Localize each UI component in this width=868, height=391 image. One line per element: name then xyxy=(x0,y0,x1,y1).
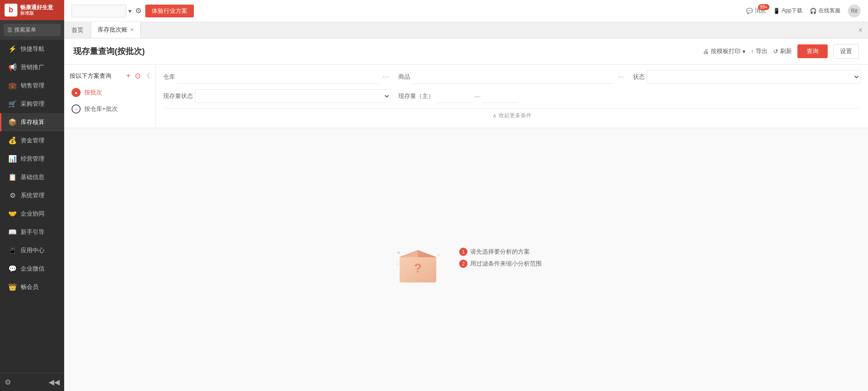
sidebar-item-label: 营销推广 xyxy=(21,63,44,71)
stock-amount-max-input[interactable] xyxy=(482,89,519,103)
app-logo: b xyxy=(5,4,17,16)
sidebar-item-label: 应用中心 xyxy=(21,246,44,255)
collapse-filter-sidebar-button[interactable]: 《 xyxy=(143,72,150,80)
warehouse-more-icon[interactable]: ··· xyxy=(381,73,390,81)
sidebar-item-marketing[interactable]: 📢 营销推广 xyxy=(0,58,64,76)
empty-step-2: 2 用过滤条件来缩小分析范围 xyxy=(459,260,542,268)
topbar-dropdown-button[interactable]: ▾ xyxy=(128,7,132,15)
sidebar-item-membership[interactable]: 👑 畅会员 xyxy=(0,278,64,296)
sidebar-item-app-center[interactable]: 📱 应用中心 xyxy=(0,241,64,260)
experience-btn[interactable]: 体验行业方案 xyxy=(145,5,194,17)
enterprise-icon: 🤝 xyxy=(8,210,17,218)
filter-panel: 按以下方案查询 ＋ ⊙ 《 ● 按批次 ○ 按仓库+批次 xyxy=(64,65,868,128)
product-more-icon[interactable]: ··· xyxy=(616,73,626,81)
tab-home[interactable]: 首页 xyxy=(64,22,91,38)
range-separator: — xyxy=(474,93,480,100)
topbar-gear-button[interactable]: ⚙ xyxy=(135,6,142,15)
app-name-area: 畅康通好生意 标准版 xyxy=(20,4,53,16)
warehouse-input[interactable] xyxy=(177,70,379,84)
sidebar-item-operations[interactable]: 📊 经营管理 xyxy=(0,150,64,168)
quick-nav-icon: ⚡ xyxy=(8,45,17,53)
status-select[interactable] xyxy=(647,70,861,84)
page-header: 现存量查询(按批次) 🖨 按模板打印 ▾ ↑ 导出 ↺ 刷新 查询 设置 xyxy=(64,38,868,65)
sidebar-item-guide[interactable]: 📖 新手引导 xyxy=(0,223,64,241)
filter-sidebar-actions: ＋ ⊙ 《 xyxy=(125,71,150,81)
empty-state: ? 1 请先选择要分析的方案 2 用过滤条件来缩小分析范围 xyxy=(64,128,868,391)
online-service-button[interactable]: 🎧 在线客服 xyxy=(810,7,841,15)
print-button[interactable]: 🖨 按模板打印 ▾ xyxy=(703,47,746,55)
message-button[interactable]: 💬 消息 99+ xyxy=(746,7,766,15)
sidebar-item-system[interactable]: ⚙ 系统管理 xyxy=(0,186,64,205)
filter-row-1: 仓库 ··· 商品 ··· 状态 xyxy=(163,70,861,84)
warehouse-label: 仓库 xyxy=(163,73,175,81)
sidebar-item-label: 销售管理 xyxy=(21,81,44,90)
sidebar-item-enterprise-wechat[interactable]: 💬 企业微信 xyxy=(0,260,64,278)
app-name: 畅康通好生意 xyxy=(20,4,53,11)
batch-option-icon: ● xyxy=(71,88,81,97)
wechat-icon: 💬 xyxy=(8,265,17,273)
app-download-button[interactable]: 📱 App下载 xyxy=(773,7,802,15)
step-1-number: 1 xyxy=(459,248,467,256)
tabs-bar: 首页 库存批次账 × × xyxy=(64,22,868,38)
print-icon: 🖨 xyxy=(703,48,709,55)
product-input[interactable] xyxy=(412,70,614,84)
topbar-search-area: ▾ xyxy=(71,5,132,17)
sidebar-item-label: 经营管理 xyxy=(21,155,44,163)
topbar-right: 💬 消息 99+ 📱 App下载 🎧 在线客服 Rit xyxy=(746,5,861,17)
filter-option-by-warehouse-batch[interactable]: ○ 按仓库+批次 xyxy=(64,101,155,117)
refresh-label: 刷新 xyxy=(780,47,792,55)
sidebar-item-enterprise[interactable]: 🤝 企业协同 xyxy=(0,205,64,223)
search-icon: ☰ xyxy=(7,27,12,33)
svg-point-6 xyxy=(397,251,400,254)
user-avatar[interactable]: Rit xyxy=(848,5,861,17)
status-label: 状态 xyxy=(633,73,645,81)
filter-row-2: 现存量状态 现存量（主） — xyxy=(163,89,861,103)
sidebar-item-label: 基础信息 xyxy=(21,173,44,181)
sidebar-item-label: 快捷导航 xyxy=(21,45,44,53)
search-menu-button[interactable]: ☰ 搜索菜单 xyxy=(4,24,60,36)
sidebar-header: b 畅康通好生意 标准版 xyxy=(0,0,64,20)
sidebar-item-finance[interactable]: 💰 资金管理 xyxy=(0,131,64,150)
sidebar-item-label: 企业微信 xyxy=(21,265,44,273)
sidebar-item-quick-nav[interactable]: ⚡ 快捷导航 xyxy=(0,40,64,58)
tab-close-button[interactable]: × xyxy=(130,27,134,33)
app-center-icon: 📱 xyxy=(8,246,17,255)
app-download-label: App下载 xyxy=(782,7,802,15)
filter-option-by-batch[interactable]: ● 按批次 xyxy=(64,84,155,101)
finance-icon: 💰 xyxy=(8,136,17,145)
stock-amount-range: — xyxy=(436,89,519,103)
warehouse-filter-field: 仓库 ··· xyxy=(163,70,391,84)
add-scheme-button[interactable]: ＋ xyxy=(125,71,132,81)
settings-button[interactable]: 设置 xyxy=(833,44,859,59)
sidebar-item-sales[interactable]: 💼 销售管理 xyxy=(0,76,64,95)
product-filter-field: 商品 ··· xyxy=(398,70,626,84)
purchase-icon: 🛒 xyxy=(8,100,17,108)
collapse-more-conditions[interactable]: ∧ 收起更多条件 xyxy=(163,109,861,122)
stock-amount-field: 现存量（主） — xyxy=(398,89,626,103)
refresh-button[interactable]: ↺ 刷新 xyxy=(773,47,792,55)
stock-amount-min-input[interactable] xyxy=(436,89,472,103)
print-dropdown-icon: ▾ xyxy=(742,48,746,55)
page-title: 现存量查询(按批次) xyxy=(73,46,145,57)
sidebar-footer: ⚙ ◀◀ xyxy=(0,373,64,391)
online-service-label: 在线客服 xyxy=(819,7,841,15)
tab-home-label: 首页 xyxy=(71,26,83,34)
sidebar-item-purchase[interactable]: 🛒 采购管理 xyxy=(0,95,64,113)
query-button[interactable]: 查询 xyxy=(797,44,828,58)
svg-point-8 xyxy=(396,263,398,265)
filter-sidebar-header: 按以下方案查询 ＋ ⊙ 《 xyxy=(64,69,155,82)
empty-text: 1 请先选择要分析的方案 2 用过滤条件来缩小分析范围 xyxy=(459,248,542,272)
sidebar-item-basic-info[interactable]: 📋 基础信息 xyxy=(0,168,64,186)
topbar-search-input[interactable] xyxy=(71,5,126,17)
tab-inventory-batch[interactable]: 库存批次账 × xyxy=(91,22,141,38)
sidebar-item-inventory[interactable]: 📦 库存核算 xyxy=(0,113,64,131)
export-button[interactable]: ↑ 导出 xyxy=(751,47,768,55)
close-all-tabs-button[interactable]: × xyxy=(853,26,868,34)
topbar-left: ▾ ⚙ 体验行业方案 xyxy=(71,5,742,17)
main-area: ▾ ⚙ 体验行业方案 💬 消息 99+ 📱 App下载 🎧 在线客服 Rit xyxy=(64,0,868,391)
settings-icon-button[interactable]: ⚙ xyxy=(5,378,11,386)
step-1-text: 请先选择要分析的方案 xyxy=(470,248,530,256)
stock-status-select[interactable] xyxy=(195,89,391,103)
scheme-settings-button[interactable]: ⊙ xyxy=(135,71,141,80)
collapse-sidebar-button[interactable]: ◀◀ xyxy=(49,378,60,386)
